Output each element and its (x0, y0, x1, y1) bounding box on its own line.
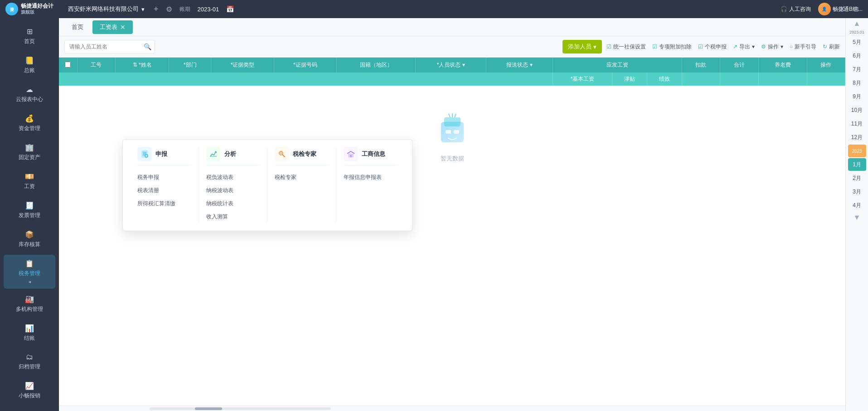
sidebar-item-fund[interactable]: 💰 资金管理 (4, 110, 55, 137)
menu-annual-report[interactable]: 年报信息申报表 (344, 171, 398, 184)
menu-income-calc[interactable]: 收入测算 (206, 210, 260, 223)
cal-month-10[interactable]: 10月 (848, 104, 866, 116)
settings-btn[interactable]: ⚙ (166, 5, 172, 14)
tab-home[interactable]: 首页 (64, 20, 91, 34)
menu-tax-stats[interactable]: 纳税统计表 (206, 197, 260, 210)
table-wrapper: 工号 ⇅ *姓名 *部门 *证据类型 *证据号码 国籍（地区） *人员状态 ▾ … (59, 58, 845, 406)
cal-prev-btn[interactable]: ▲ (848, 18, 866, 29)
cal-month-1[interactable]: 1月 (848, 158, 866, 171)
content-area: 首页 工资表 ✕ 🔍 添加人员 ▾ ☑ 统一社保设置 (59, 18, 845, 411)
window-expand-btn[interactable]: ⊡ (853, 5, 859, 13)
social-insurance-btn[interactable]: ☑ 统一社保设置 (606, 43, 646, 51)
sidebar-item-home[interactable]: ⊞ 首页 (4, 23, 55, 50)
sidebar-label-home: 首页 (24, 38, 35, 45)
th-actions: 操作 (807, 58, 845, 73)
sidebar-item-basic[interactable]: ⚙ 基础设置 (4, 406, 55, 411)
sidebar-item-inventory[interactable]: 📦 库存核算 (4, 226, 55, 253)
sidebar-item-tax[interactable]: 📋 税务管理 ◂ (4, 255, 55, 289)
tax-declare-label: 个税申报 (705, 43, 727, 51)
sidebar-item-cloud[interactable]: ☁ 云报表中心 (4, 81, 55, 108)
cal-month-12[interactable]: 12月 (848, 131, 866, 144)
th-performance: 绩效 (647, 73, 682, 86)
fund-icon: 💰 (25, 114, 34, 123)
cal-month-4[interactable]: 4月 (848, 199, 866, 212)
search-input[interactable] (64, 40, 155, 53)
th-allowance: 津贴 (612, 73, 647, 86)
operation-btn[interactable]: ⚙ 操作 ▾ (761, 43, 783, 51)
refresh-btn[interactable]: ↻ 刷新 (823, 43, 840, 51)
top-header: 捷 畅捷通好会计 旗舰版 西安虾米网络科技有限公司 ▾ + ⚙ 账期 2023-… (0, 0, 868, 18)
cal-month-8[interactable]: 8月 (848, 77, 866, 89)
th-person-status[interactable]: *人员状态 ▾ (416, 58, 486, 73)
cal-month-5[interactable]: 5月 (848, 36, 866, 48)
toolbar-actions: ☑ 统一社保设置 ☑ 专项附加扣除 ☑ 个税申报 ↗ 导出 ▾ ⚙ (606, 43, 840, 51)
tab-close-icon[interactable]: ✕ (120, 24, 126, 31)
tax-declare-icon: ☑ (698, 44, 703, 50)
tax-declare-btn[interactable]: ☑ 个税申报 (698, 43, 727, 51)
section-analysis: 分析 税负波动表 纳税波动表 纳税统计表 收入测算 (199, 147, 268, 223)
svg-line-6 (449, 114, 450, 117)
add-person-button[interactable]: 添加人员 ▾ (563, 40, 602, 53)
th-num: 工号 (77, 58, 115, 73)
newguide-btn[interactable]: ○ 新手引导 (790, 43, 816, 51)
empty-text: 暂无数据 (441, 155, 464, 163)
add-company-btn[interactable]: + (154, 5, 159, 14)
menu-income-tax[interactable]: 所得税汇算清缴 (137, 197, 191, 210)
company-selector[interactable]: 西安虾米网络科技有限公司 ▾ (64, 3, 148, 15)
sidebar-item-archive[interactable]: 🗂 归档管理 (4, 348, 55, 375)
th-check[interactable] (59, 58, 77, 73)
special-deduct-btn[interactable]: ☑ 专项附加扣除 (652, 43, 692, 51)
horizontal-scrollbar[interactable] (59, 406, 845, 411)
tax-dropdown-popup: 申报 税务申报 税表清册 所得税汇算清缴 (122, 139, 412, 231)
menu-tax-form[interactable]: 税表清册 (137, 184, 191, 197)
sidebar-item-multi[interactable]: 🏭 多机构管理 (4, 290, 55, 318)
section-declare-title: 申报 (155, 150, 167, 158)
declare-section-icon (137, 147, 152, 161)
cal-month-11[interactable]: 11月 (848, 117, 866, 130)
window-close-btn[interactable]: ✕ (839, 4, 845, 14)
cal-month-6[interactable]: 6月 (848, 49, 866, 62)
sidebar-item-invoice[interactable]: 🧾 发票管理 (4, 197, 55, 224)
period-calendar-icon[interactable]: 📅 (226, 5, 234, 13)
th-cert-no: *证据号码 (274, 58, 336, 73)
th-report-status[interactable]: 报送状态 ▾ (486, 58, 553, 73)
ledger-icon: 📒 (25, 56, 34, 65)
data-table: 工号 ⇅ *姓名 *部门 *证据类型 *证据号码 国籍（地区） *人员状态 ▾ … (59, 58, 845, 86)
service-label: 人工咨询 (789, 5, 811, 13)
cal-month-2[interactable]: 2月 (848, 172, 866, 184)
sidebar-label-report: 小畅报销 (19, 392, 40, 400)
export-arrow: ▾ (752, 44, 755, 50)
cal-month-7[interactable]: 7月 (848, 63, 866, 76)
dropdown-sections: 申报 税务申报 税表清册 所得税汇算清缴 (130, 147, 405, 223)
sidebar-item-asset[interactable]: 🏢 固定资产 (4, 139, 55, 166)
menu-tax-period[interactable]: 纳税波动表 (206, 184, 260, 197)
operation-icon: ⚙ (761, 44, 766, 50)
sidebar-item-report[interactable]: 📈 小畅报销 (4, 377, 55, 404)
section-biz-info: 工商信息 年报信息申报表 (336, 147, 405, 223)
sidebar-item-settle[interactable]: 📊 结账 (4, 319, 55, 347)
add-person-dropdown-icon: ▾ (593, 44, 596, 50)
sidebar-item-salary[interactable]: 💴 工资 (4, 168, 55, 195)
export-btn[interactable]: ↗ 导出 ▾ (733, 43, 755, 51)
menu-tax-declare[interactable]: 税务申报 (137, 171, 191, 184)
cal-next-btn[interactable]: ▼ (848, 212, 866, 223)
select-all-checkbox[interactable] (65, 62, 71, 68)
th-name[interactable]: ⇅ *姓名 (115, 58, 169, 73)
logo-icon: 捷 (5, 3, 18, 15)
service-btn[interactable]: 🎧 人工咨询 (781, 5, 811, 13)
cal-month-9[interactable]: 9月 (848, 90, 866, 103)
search-wrapper: 🔍 (64, 40, 155, 53)
tab-salary-label: 工资表 (100, 23, 117, 31)
menu-tax-burden[interactable]: 税负波动表 (206, 171, 260, 184)
section-declare: 申报 税务申报 税表清册 所得税汇算清缴 (130, 147, 199, 223)
menu-tax-check[interactable]: 税检专家 (275, 171, 329, 184)
newguide-label: 新手引导 (795, 43, 816, 51)
th-origin: 国籍（地区） (336, 58, 416, 73)
tab-salary-table[interactable]: 工资表 ✕ (92, 20, 133, 34)
th-empty-spacer (59, 73, 553, 86)
sidebar-item-ledger[interactable]: 📒 总账 (4, 52, 55, 79)
cal-month-3[interactable]: 3月 (848, 185, 866, 198)
th-total: 合计 (720, 58, 758, 73)
sidebar-label-asset: 固定资产 (19, 154, 40, 161)
newguide-icon: ○ (790, 44, 793, 50)
